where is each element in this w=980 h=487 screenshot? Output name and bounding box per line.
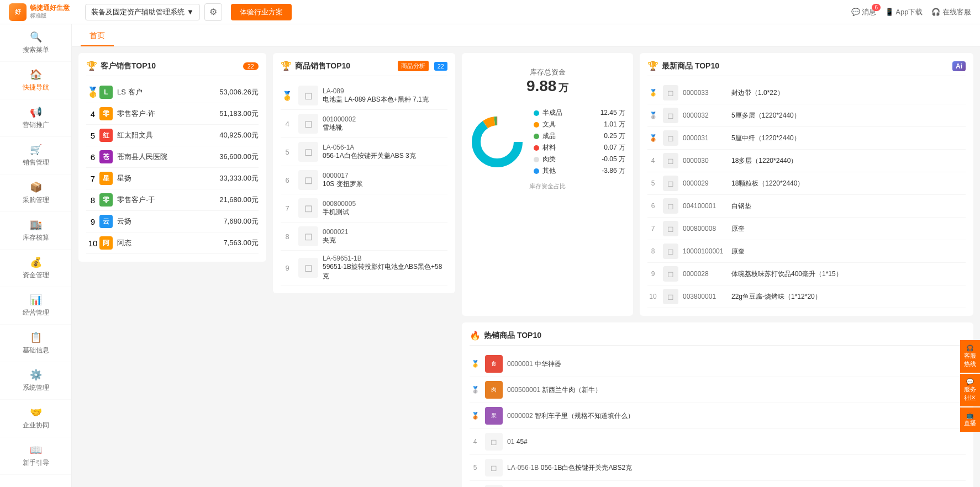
new-rank-6: 6 — [647, 202, 658, 210]
stock-legend: 半成品 12.45 万 文具 1.01 万 成品 0 — [534, 108, 625, 176]
legend-dot-semifinished — [534, 110, 539, 116]
fire-icon: 🔥 — [470, 330, 481, 341]
prod-info-2: 001000002 雪地靴 — [323, 115, 447, 133]
live-button[interactable]: 📺 直播 — [960, 407, 980, 432]
customer-amount-8: 7,563.00元 — [223, 238, 259, 248]
new-code-1: 0000033 — [683, 89, 727, 97]
prod-img-1: ◻ — [298, 86, 318, 105]
legend-row-4: 材料 0.07 万 — [534, 143, 625, 152]
sidebar-item-operations[interactable]: 📊 经营管理 — [0, 287, 71, 325]
customer-name-4: 苍南县人民医院 — [117, 152, 219, 162]
prod-rank-num-4: 6 — [281, 176, 294, 184]
prod-placeholder-icon: ◻ — [667, 224, 674, 233]
sidebar-item-search[interactable]: 🔍 搜索菜单 — [0, 24, 71, 62]
customer-service-button[interactable]: 🎧 客服热线 — [960, 340, 980, 373]
new-name-7: 原奎 — [731, 224, 966, 234]
prod-code-3: LA-056-1A — [323, 144, 447, 151]
hot-prod-img-1: 食 — [485, 355, 503, 373]
service-community-button[interactable]: 💬 服务社区 — [960, 374, 980, 406]
floating-buttons: 🎧 客服热线 💬 服务社区 📺 直播 — [960, 340, 980, 432]
basics-icon: 📋 — [30, 331, 42, 343]
hot-prod-row-3: 🥉 果 0000002 智利车子里（规格不知道填什么） — [470, 403, 966, 429]
new-code-8: 10000100001 — [683, 247, 727, 255]
hot-prod-row-2: 🥈 肉 000500001 新西兰牛肉（新牛） — [470, 377, 966, 403]
trophy-icon-new: 🏆 — [647, 61, 658, 71]
app-download-button[interactable]: 📱 App下载 — [885, 7, 923, 17]
rank-num-6: 8 — [86, 195, 99, 205]
sidebar-label-collab: 企业协同 — [23, 421, 49, 430]
new-prod-row: 6 ◻ 004100001 白钢垫 — [647, 195, 966, 218]
sidebar-item-marketing[interactable]: 📢 营销推广 — [0, 99, 71, 137]
rank-medal-1: 🥇 — [86, 86, 99, 98]
customer-amount-2: 51,183.00元 — [219, 109, 259, 119]
sidebar-item-guide[interactable]: 📖 新手引导 — [0, 437, 71, 475]
hot-products-list: 🥇 食 0000001 中华神器 🥈 肉 — [470, 351, 966, 487]
prod-placeholder-icon: ◻ — [667, 202, 674, 210]
prod-info-6: 0000021 夹克 — [323, 228, 447, 245]
tab-home[interactable]: 首页 — [81, 24, 114, 46]
new-products-title: 最新商品 TOP10 — [662, 61, 949, 71]
product-rank-row: 🥇 ◻ LA-089 电池盖 LA-089 ABS本色+黑种 7.1克 — [281, 82, 447, 110]
hot-code-2: 000500001 — [507, 386, 540, 394]
headset-icon: 🎧 — [931, 8, 940, 16]
sidebar-item-basics[interactable]: 📋 基础信息 — [0, 325, 71, 362]
prod-code-7: LA-59651-1B — [323, 255, 447, 262]
rank-num-7: 9 — [86, 217, 99, 226]
sidebar-item-sales[interactable]: 🛒 销售管理 — [0, 137, 71, 174]
sidebar-item-finance[interactable]: 💰 资金管理 — [0, 250, 71, 287]
new-name-9: 体碗荔枝味苏打饮品400毫升（1*15） — [731, 269, 966, 279]
legend-dot-other — [534, 168, 539, 174]
donut-chart-svg — [470, 114, 525, 170]
stock-value-display: 9.88 万 — [470, 77, 625, 95]
legend-row-6: 其他 -3.86 万 — [534, 166, 625, 176]
settings-button[interactable]: ⚙ — [204, 3, 222, 21]
customer-avatar-4: 苍 — [99, 150, 113, 163]
prod-placeholder-icon: ◻ — [667, 247, 674, 256]
prod-placeholder-icon: ◻ — [667, 269, 674, 278]
sidebar-item-system[interactable]: ⚙️ 系统管理 — [0, 362, 71, 400]
sidebar-item-collab[interactable]: 🤝 企业协同 — [0, 400, 71, 437]
prod-img-6: ◻ — [298, 226, 318, 246]
hot-prod-row-4: 4 ◻ 01 45# — [470, 429, 966, 455]
prod-placeholder-icon: ◻ — [667, 292, 674, 301]
sidebar-item-inventory[interactable]: 🏬 库存核算 — [0, 212, 71, 250]
hot-name-3: 智利车子里（规格不知道填什么） — [535, 412, 634, 420]
legend-name-5: 肉类 — [542, 155, 602, 164]
prod-code-4: 0000017 — [323, 172, 447, 179]
legend-row-3: 成品 0.25 万 — [534, 131, 625, 141]
hot-code-1: 0000001 — [507, 360, 533, 368]
new-rank-5: 5 — [647, 179, 658, 187]
customer-name-1: LS 客户 — [117, 87, 219, 97]
try-button[interactable]: 体验行业方案 — [231, 4, 292, 20]
customer-avatar-1: L — [99, 86, 113, 99]
legend-name-1: 半成品 — [542, 108, 600, 118]
mid-column: 🏆 商品销售TOP10 商品分析 22 🥇 ◻ LA-089 电池盖 LA-08… — [273, 53, 455, 487]
new-prod-row: 10 ◻ 003800001 22g鱼豆腐-烧烤味（1*12*20） — [647, 285, 966, 308]
customer-rank-row: 10 阿 阿态 7,563.00元 — [86, 232, 259, 254]
prod-name-1: 电池盖 LA-089 ABS本色+黑种 7.1克 — [323, 95, 447, 104]
trophy-icon: 🏆 — [86, 61, 97, 71]
legend-val-6: -3.86 万 — [602, 166, 625, 176]
prod-rank-num-5: 7 — [281, 204, 294, 213]
customer-rank-row: 4 零 零售客户-许 51,183.00元 — [86, 103, 259, 125]
prod-name-2: 雪地靴 — [323, 123, 447, 133]
customer-rank-header: 🏆 客户销售TOP10 22 — [86, 61, 259, 76]
product-rank-row: 8 ◻ 0000021 夹克 — [281, 223, 447, 251]
content-grid: 🏆 客户销售TOP10 22 🥇 L LS 客户 53,006.26元 4 — [72, 46, 980, 487]
sidebar-label-sales: 销售管理 — [23, 158, 49, 167]
customer-amount-6: 21,680.00元 — [219, 195, 259, 205]
message-button[interactable]: 💬 消息 6 — [851, 7, 877, 17]
prod-placeholder-icon-5: ◻ — [491, 463, 497, 472]
online-service-button[interactable]: 🎧 在线客服 — [931, 7, 971, 17]
hot-rank-3: 🥉 — [470, 412, 481, 420]
prod-name-7: 59651-1B旋转投影灯电池盒ABS黑色+58克 — [323, 262, 447, 281]
page-tabs: 首页 — [72, 24, 980, 46]
sidebar-label-guide: 新手引导 — [23, 458, 49, 468]
hot-code-5: LA-056-1B — [507, 464, 539, 472]
new-prod-img-2: ◻ — [663, 108, 678, 123]
sidebar-item-purchase[interactable]: 📦 采购管理 — [0, 174, 71, 212]
sidebar-item-nav[interactable]: 🏠 快捷导航 — [0, 62, 71, 99]
prod-code-2: 001000002 — [323, 115, 447, 123]
hot-rank-4: 4 — [470, 438, 481, 446]
system-selector[interactable]: 装备及固定资产辅助管理系统 ▼ — [85, 4, 200, 20]
